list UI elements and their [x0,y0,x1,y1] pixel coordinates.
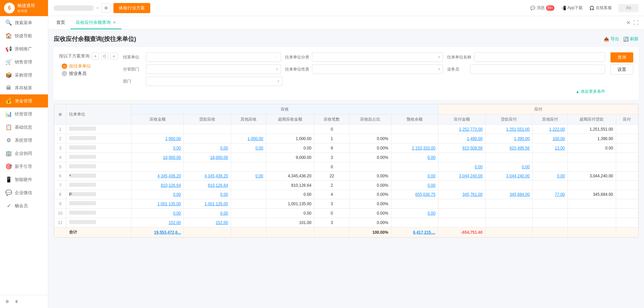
field-partner-category: 往来单位分类 ▾ [285,52,443,62]
tab-close-all-icon[interactable]: ✕ [626,19,631,26]
purchase-icon: 📦 [5,72,12,78]
sidebar-item-system[interactable]: ⚙ 系统管理 [0,134,48,147]
online-service-label: 在线客服 [596,5,612,11]
tab-expand-icon[interactable]: ⛶ [633,20,639,26]
sidebar-item-purchase[interactable]: 📦 采购管理 [0,69,48,82]
col-ar-ratio: 应收款占比 [350,115,391,125]
dept-label: 分管部门 [123,67,143,72]
table-row: 10 0.000.000.0000.00%0.00 [54,209,638,218]
table-row: 1 01,252,773.001,251,551.001,222.001,251… [54,125,638,134]
partner-name-cell: P [66,190,131,199]
partner-name-cell [66,143,131,153]
footer-ar-overdue [266,227,314,237]
collapse-sidebar-icon[interactable]: ⏸ [14,299,18,304]
col-ap-loan: 贷款应付 [485,115,533,125]
scheme-item-partner[interactable]: ⊙ 按往来单位 [62,63,118,69]
breadcrumb-arrow: ▾ [97,6,99,10]
query-button[interactable]: 查询 [610,52,633,62]
sidebar-item-guide[interactable]: 🎯 新手引导 [0,160,48,173]
sidebar-item-finance[interactable]: 💰 资金管理 [0,94,48,107]
row-num: 7 [54,181,66,190]
settlement-unit-input[interactable]: ··· [146,52,281,62]
refresh-icon: 🔄 [623,37,629,42]
message-button[interactable]: 💬 消息 99+ [530,5,554,11]
col-ar-count: 应收笔数 [314,115,350,125]
table-row: 11 152.00152.00101.0030.00% [54,218,638,227]
department-input[interactable]: ▾ [146,77,282,86]
search-action-buttons: 查询 设置 [610,52,633,94]
salesperson-label: 业务员 [447,67,467,72]
export-icon: 📤 [604,37,609,42]
app-download-button[interactable]: 📲 App下载 [561,5,583,11]
partner-name-input[interactable] [474,52,605,62]
smart-hw-icon: 📱 [5,176,12,183]
table-row: 2 1,000.001,000.001,000.0010.00%1,490.00… [54,134,638,143]
user-name: Rit [626,6,631,10]
tab-ar-ap[interactable]: 应收应付余额查询 ✕ [70,16,121,29]
trial-button[interactable]: 体验行业方案 [113,3,150,13]
search-row1: 结算单位 ··· 往来单位分类 ▾ 往来单位名称 [123,52,605,62]
set-button[interactable]: 设置 [610,64,633,75]
settings-bottom-icon[interactable]: ⚙ [5,299,9,304]
sidebar-item-member[interactable]: ✓ 畅会员 [0,199,48,212]
refresh-button[interactable]: 🔄 刷新 [623,36,639,42]
collapse-button[interactable]: ▲ 收起更多条件 [123,89,605,94]
online-service-button[interactable]: 🎧 在线客服 [589,5,612,11]
quick-nav-icon: 🏠 [5,33,12,39]
sidebar-menu: 🔍 搜索菜单 🏠 快捷导航 📢 营销推广 🛒 销售管理 📦 采购管理 🏛 库存核… [0,16,48,295]
table-row: 6 ^ 4,345,436.204,345,436.200.004,345,43… [54,172,638,181]
table-row: 8 P 0.000.000.0040.00%655,636.75345,761.… [54,190,638,199]
page-header: 应收应付余额查询(按往来单位) 📤 导出 🔄 刷新 [54,35,639,43]
row-num: 2 [54,134,66,143]
search-scheme-panel: 按以下方案查询 + ⊙ « ⊙ 按往来单位 ○ 按业务员 [59,52,118,94]
sidebar-item-enterprise[interactable]: 🏢 企业协同 [0,147,48,160]
table-settings-icon[interactable]: ⚙ [58,112,62,117]
export-button[interactable]: 📤 导出 [604,36,619,42]
sidebar-item-smart-hw[interactable]: 📱 智能硬件 [0,173,48,186]
row-num: 8 [54,190,66,199]
tab-close-icon[interactable]: ✕ [113,20,116,25]
tab-home[interactable]: 首页 [51,16,70,29]
footer-empty1 [54,227,66,237]
sidebar-item-business[interactable]: 📊 经营管理 [0,107,48,121]
footer-ap-loan [485,227,533,237]
sidebar-item-basic-info[interactable]: 📋 基础信息 [0,121,48,134]
footer-ar-loan [184,227,231,237]
add-scheme-button[interactable]: + [92,52,99,60]
scheme-collapse-button[interactable]: « [110,52,118,60]
salesperson-input[interactable]: ··· [470,64,605,74]
partner-category-input[interactable]: ▾ [312,52,443,62]
field-partner-nature: 往来单位性质 ▾ [285,64,443,74]
dept-input[interactable]: ▾ [146,64,281,74]
sidebar-item-wechat[interactable]: 💬 企业微信 [0,186,48,199]
finance-icon: 💰 [5,98,12,104]
breadcrumb-area: ▾ ⚙ 体验行业方案 [54,3,530,13]
field-department: 部门 ▾ [123,77,282,86]
footer-ar-prepay[interactable]: 6,417,215.... [391,227,438,237]
user-avatar[interactable]: Rit [619,4,639,12]
inventory-icon: 🏛 [5,85,12,91]
message-badge: 99+ [546,5,554,11]
tab-home-label: 首页 [56,19,65,26]
col-ar-loan: 贷款应收 [184,115,231,125]
sidebar-item-inventory[interactable]: 🏛 库存核算 [0,82,48,94]
sidebar-item-quick-nav[interactable]: 🏠 快捷导航 [0,29,48,42]
scheme-settings-button[interactable]: ⊙ [101,52,108,60]
sidebar-item-search-menu[interactable]: 🔍 搜索菜单 [0,16,48,29]
scheme-item-salesperson[interactable]: ○ 按业务员 [62,71,118,77]
row-num: 6 [54,172,66,181]
footer-ar-amount[interactable]: 19,553,472,6... [131,227,184,237]
main-content: 首页 应收应付余额查询 ✕ ✕ ⛶ 应收应付余额查询(按往来单位) 📤 导出 🔄… [48,16,644,308]
wechat-icon: 💬 [5,189,12,196]
sidebar-item-marketing[interactable]: 📢 营销推广 [0,42,48,55]
marketing-icon: 📢 [5,46,12,52]
col-group-ap-header: 应付 [438,104,638,115]
partner-name-cell [66,181,131,190]
footer-label: 合计 [66,227,131,237]
sidebar-item-sales[interactable]: 🛒 销售管理 [0,55,48,69]
message-icon: 💬 [530,6,535,10]
partner-nature-input[interactable]: ▾ [312,64,443,74]
gear-button[interactable]: ⚙ [101,3,111,13]
logo-text: 畅捷通用 [17,3,35,9]
col-ar-amount: 应收金额 [131,115,184,125]
